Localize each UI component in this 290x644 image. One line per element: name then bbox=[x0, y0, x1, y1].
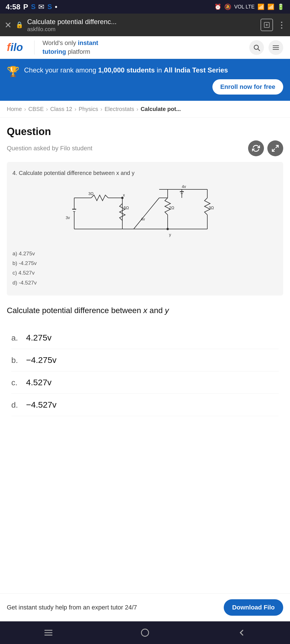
url-area[interactable]: Calculate potential differenc... askfilo… bbox=[27, 17, 257, 33]
option-d-value: −4.527v bbox=[26, 400, 57, 410]
question-text-part1: Calculate potential difference between bbox=[7, 306, 143, 315]
more-options-button[interactable]: ⋮ bbox=[278, 20, 285, 30]
tutoring-text: tutoring bbox=[42, 48, 66, 55]
circuit-diagram: 4. Calculate potential difference betwee… bbox=[7, 162, 283, 296]
answer-options-small: a) 4.275v b) -4.275v c) 4.527v d) -4.527… bbox=[12, 249, 278, 288]
wifi-icon: 📶 bbox=[257, 3, 265, 10]
question-meta-row: Question asked by Filo student bbox=[7, 140, 283, 156]
svg-text:4v: 4v bbox=[182, 184, 186, 189]
filo-tagline: World's only instant tutoring platform bbox=[42, 39, 98, 56]
answer-options-list: a. 4.275v b. −4.275v c. 4.527v d. −4.527… bbox=[0, 327, 290, 416]
option-d-label: d. bbox=[11, 401, 22, 410]
promo-banner: 🏆 Check your rank among 1,00,000 student… bbox=[0, 59, 290, 101]
question-heading: Question bbox=[7, 126, 283, 138]
lte-icon: VOL LTE bbox=[234, 4, 255, 10]
breadcrumb-home[interactable]: Home bbox=[7, 106, 22, 112]
option-a-label: a. bbox=[11, 333, 22, 343]
trophy-icon: 🏆 bbox=[7, 66, 20, 78]
y-variable: y bbox=[165, 306, 169, 315]
answer-option-a[interactable]: a. 4.275v bbox=[11, 327, 279, 349]
breadcrumb-sep-2: › bbox=[46, 106, 48, 112]
small-option-c: c) 4.527v bbox=[12, 268, 278, 278]
question-actions bbox=[248, 140, 283, 156]
search-button[interactable] bbox=[249, 40, 264, 55]
svg-text:3Ω: 3Ω bbox=[88, 191, 93, 196]
question-text-and: and bbox=[147, 306, 165, 315]
circuit-title: 4. Calculate potential difference betwee… bbox=[12, 170, 278, 176]
status-dot: • bbox=[55, 3, 57, 11]
option-b-value: −4.275v bbox=[26, 355, 57, 365]
page-domain: askfilo.com bbox=[27, 26, 257, 33]
expand-button[interactable] bbox=[267, 140, 283, 156]
breadcrumb-class12[interactable]: Class 12 bbox=[50, 106, 72, 112]
breadcrumb-sep-5: › bbox=[137, 106, 138, 112]
breadcrumb-physics[interactable]: Physics bbox=[79, 106, 98, 112]
nav-menu-button[interactable] bbox=[40, 624, 57, 641]
breadcrumb-sep-1: › bbox=[24, 106, 26, 112]
nav-home-button[interactable] bbox=[137, 624, 153, 641]
banner-content: Check your rank among 1,00,000 students … bbox=[24, 65, 283, 95]
answer-option-d[interactable]: d. −4.527v bbox=[11, 394, 279, 416]
breadcrumb-current: Calculate pot... bbox=[140, 106, 181, 112]
breadcrumb-sep-3: › bbox=[74, 106, 76, 112]
svg-text:3v: 3v bbox=[66, 215, 70, 220]
filo-logo[interactable]: filo bbox=[7, 41, 23, 54]
circuit-svg: 3Ω x 4v bbox=[63, 181, 227, 243]
status-right: ⏰ 🔕 VOL LTE 📶 📶 🔋 bbox=[214, 3, 284, 10]
close-tab-button[interactable]: ✕ bbox=[5, 20, 12, 30]
status-s1-icon: S bbox=[31, 3, 35, 11]
signal-icon: 📶 bbox=[267, 3, 274, 10]
question-text: Calculate potential difference between x… bbox=[0, 305, 290, 316]
svg-text:x: x bbox=[123, 193, 125, 197]
question-section: Question Question asked by Filo student … bbox=[0, 118, 290, 296]
status-msg-icon: ✉ bbox=[38, 3, 44, 11]
download-filo-button[interactable]: Download Filo bbox=[224, 599, 283, 616]
question-meta: Question asked by Filo student bbox=[7, 145, 92, 152]
lock-icon: 🔒 bbox=[16, 21, 23, 29]
answer-option-c[interactable]: c. 4.527v bbox=[11, 371, 279, 394]
svg-text:4v: 4v bbox=[141, 217, 145, 221]
breadcrumb-cbse[interactable]: CBSE bbox=[28, 106, 44, 112]
status-left: 4:58 P S ✉ S • bbox=[6, 3, 57, 11]
svg-point-39 bbox=[167, 228, 169, 230]
mute-icon: 🔕 bbox=[224, 3, 231, 10]
svg-text:y: y bbox=[169, 232, 171, 237]
nav-bar bbox=[0, 621, 290, 644]
small-option-a: a) 4.275v bbox=[12, 249, 278, 258]
status-time: 4:58 bbox=[6, 3, 20, 11]
browser-bar: ✕ 🔒 Calculate potential differenc... ask… bbox=[0, 14, 290, 36]
circuit-svg-wrap: 3Ω x 4v bbox=[12, 181, 278, 243]
option-c-value: 4.527v bbox=[26, 378, 52, 387]
battery-icon: 🔋 bbox=[277, 3, 284, 10]
banner-text: Check your rank among 1,00,000 students … bbox=[24, 65, 283, 75]
breadcrumb-sep-4: › bbox=[101, 106, 103, 112]
small-option-d: d) -4.527v bbox=[12, 278, 278, 288]
svg-line-4 bbox=[258, 49, 260, 50]
status-p-icon: P bbox=[23, 3, 28, 11]
add-tab-button[interactable] bbox=[261, 19, 273, 31]
x-variable: x bbox=[143, 306, 147, 315]
status-bar: 4:58 P S ✉ S • ⏰ 🔕 VOL LTE 📶 📶 🔋 bbox=[0, 0, 290, 14]
bottom-bar-text: Get instant study help from an expert tu… bbox=[7, 603, 219, 612]
svg-point-43 bbox=[141, 629, 149, 636]
instant-text: instant bbox=[78, 39, 98, 46]
header-actions bbox=[249, 40, 283, 55]
option-a-value: 4.275v bbox=[26, 333, 52, 343]
page-title: Calculate potential differenc... bbox=[27, 17, 257, 26]
menu-button[interactable] bbox=[268, 40, 283, 55]
status-s2-icon: S bbox=[47, 3, 52, 11]
small-option-b: b) -4.275v bbox=[12, 258, 278, 268]
breadcrumb-electrostats[interactable]: Electrostats bbox=[105, 106, 134, 112]
nav-back-button[interactable] bbox=[233, 624, 250, 641]
svg-line-29 bbox=[134, 198, 159, 229]
alarm-icon: ⏰ bbox=[214, 3, 221, 10]
bottom-bar: Get instant study help from an expert tu… bbox=[0, 593, 290, 621]
enroll-button[interactable]: Enroll now for free bbox=[212, 79, 283, 95]
refresh-button[interactable] bbox=[248, 140, 264, 156]
option-b-label: b. bbox=[11, 356, 22, 365]
option-c-label: c. bbox=[11, 378, 22, 387]
browser-actions: ⋮ bbox=[261, 19, 285, 31]
filo-header: filo World's only instant tutoring platf… bbox=[0, 36, 290, 59]
breadcrumb: Home › CBSE › Class 12 › Physics › Elect… bbox=[0, 101, 290, 118]
answer-option-b[interactable]: b. −4.275v bbox=[11, 349, 279, 371]
